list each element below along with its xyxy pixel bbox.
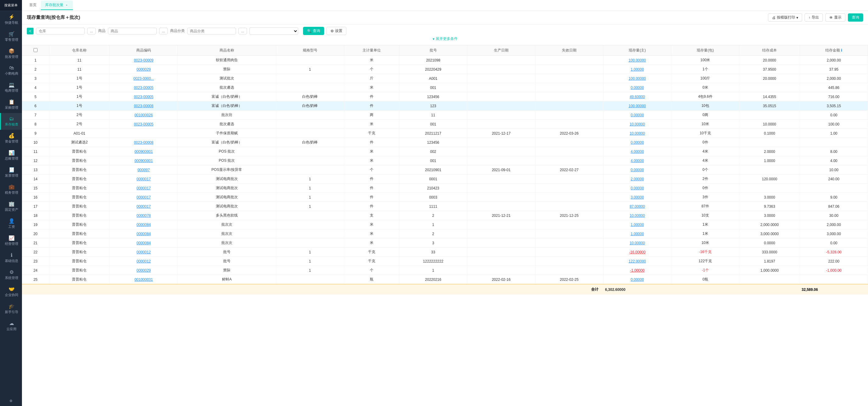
- sidebar-settings[interactable]: ⚙: [0, 396, 22, 406]
- display-label: 显示: [834, 15, 841, 20]
- sidebar-item-label: 零售管理: [5, 38, 18, 41]
- cell-code: 0023-00008: [110, 101, 178, 110]
- sidebar-logo[interactable]: 搜索菜单: [0, 0, 22, 11]
- cell-name: POS显示率/按异常: [178, 165, 276, 174]
- sidebar-item-tax[interactable]: 💼 税务管理: [0, 181, 22, 198]
- cell-qty-main: 0.00000: [603, 138, 671, 147]
- sidebar-item-asset[interactable]: 💰 资金管理: [0, 130, 22, 147]
- sidebar-item-mini[interactable]: 🛍 小鹅电商: [0, 62, 22, 79]
- table-row: 22 普普粘仓 0000012 批号 1 千克 33 -16.00000 -16…: [22, 248, 868, 257]
- product-input[interactable]: [108, 28, 157, 34]
- table-row: 8 2号 0023-00005 批次遴选 米 001 10.00000 10米 …: [22, 120, 868, 129]
- sidebar-item-invoice[interactable]: 🧾 发票管理: [0, 164, 22, 181]
- product-ellipsis-btn[interactable]: ...: [159, 28, 168, 34]
- sidebar-item-ecom[interactable]: 💻 电商管理: [0, 79, 22, 96]
- sidebar-item-sys[interactable]: ⚙ 系统管理: [0, 266, 22, 283]
- category-input[interactable]: [187, 28, 236, 34]
- sidebar-item-wholesale[interactable]: 📦 批发管理: [0, 45, 22, 62]
- cell-total: 0.00: [800, 110, 868, 120]
- cell-qty-main: 0.00000: [603, 110, 671, 120]
- filter-expand-row[interactable]: ▾ 展开更多条件: [27, 35, 863, 43]
- cell-spec: 白色/奶棒: [276, 92, 344, 101]
- cell-exp-date: [535, 120, 603, 129]
- cell-total: 2,000.00: [800, 56, 868, 65]
- sidebar-item-hr[interactable]: 👤 工资: [0, 215, 22, 232]
- cell-name: 子件保质期赋: [178, 129, 276, 138]
- cell-prod-date: [467, 101, 535, 110]
- cell-warehouse: 普普粘仓: [49, 220, 110, 229]
- sidebar-item-basic[interactable]: ℹ 基础信息: [0, 249, 22, 266]
- filter-nav-btn[interactable]: <: [27, 28, 34, 34]
- category-label: 商品分类: [170, 28, 185, 34]
- cell-exp-date: [535, 74, 603, 83]
- cell-cost: 3.0000: [739, 211, 800, 220]
- cell-exp-date: [535, 92, 603, 101]
- query-label: 查询: [852, 15, 859, 20]
- sidebar-item-corp[interactable]: 🤝 企业协同: [0, 283, 22, 300]
- cell-qty-store: 10米: [671, 120, 739, 129]
- print-button[interactable]: 🖨 按模版打印 ▾: [768, 13, 802, 22]
- warehouse-ellipsis-btn[interactable]: ...: [87, 28, 96, 34]
- tab-home[interactable]: 首页: [25, 1, 41, 10]
- cell-batch: 210423: [399, 184, 467, 193]
- sidebar-item-nav[interactable]: ⚡ 快捷导航: [0, 11, 22, 28]
- sidebar-item-label: 企业协同: [5, 293, 18, 297]
- sidebar-item-label: 新手引导: [5, 310, 18, 314]
- category-ellipsis-btn[interactable]: ...: [239, 28, 247, 34]
- export-button[interactable]: ↑ 导出: [805, 13, 823, 22]
- table-row: 23 普普粘仓 0000012 批号 1 千克 1222222222 122.0…: [22, 257, 868, 266]
- sidebar-item-label: 云应用: [6, 327, 17, 331]
- cell-total: 222.00: [800, 257, 868, 266]
- search-button[interactable]: 🔍 查询: [303, 27, 324, 35]
- table-row: 3 1号 0023-0000... 测试批次 斤 A001 100.00000 …: [22, 74, 868, 83]
- cell-exp-date: 2022-02-25: [535, 275, 603, 284]
- cell-cost: [739, 138, 800, 147]
- sidebar-item-cloud[interactable]: ☁ 云应用: [0, 317, 22, 334]
- sidebar-item-newbie[interactable]: 🎓 新手引导: [0, 300, 22, 317]
- cell-spec: 1: [276, 257, 344, 266]
- display-button[interactable]: 👁 显示: [825, 13, 845, 22]
- sidebar-item-fixed[interactable]: 🏢 固定资产: [0, 198, 22, 215]
- cell-num: 18: [22, 211, 49, 220]
- cell-unit: 千克: [344, 129, 399, 138]
- tabs-bar: 首页 库存批次量 ×: [22, 0, 868, 11]
- settings-btn[interactable]: ⚙ 设置: [327, 27, 346, 35]
- cell-qty-main: 0.00000: [603, 275, 671, 284]
- select-all-checkbox[interactable]: [34, 48, 37, 52]
- sidebar-item-label: 小鹅电商: [5, 72, 18, 75]
- category-select[interactable]: [249, 27, 298, 35]
- cell-name: 测试电商批次: [178, 202, 276, 211]
- wholesale-icon: 📦: [2, 48, 21, 54]
- cell-unit: 米: [344, 229, 399, 238]
- cell-total: 716.00: [800, 92, 868, 101]
- cell-batch: 3: [399, 238, 467, 248]
- cell-cost: 37.9500: [739, 65, 800, 74]
- cell-qty-store: 0个: [671, 165, 739, 174]
- cell-num: 20: [22, 229, 49, 238]
- sidebar-item-report[interactable]: 📊 总账管理: [0, 147, 22, 164]
- sidebar-item-purchase[interactable]: 📋 采购管理: [0, 96, 22, 113]
- cell-unit: 件: [344, 92, 399, 101]
- cell-warehouse: 2号: [49, 110, 110, 120]
- cell-qty-store: 4包9.6件: [671, 92, 739, 101]
- cell-warehouse: 1号: [49, 92, 110, 101]
- cell-name: 批次次: [178, 238, 276, 248]
- tab-inventory-batch[interactable]: 库存批次量 ×: [41, 1, 73, 10]
- warehouse-input[interactable]: [36, 28, 85, 34]
- cell-batch: 001: [399, 83, 467, 92]
- col-spec: 规格型号: [276, 45, 344, 56]
- tab-close-icon[interactable]: ×: [64, 3, 69, 7]
- cell-spec: [276, 165, 344, 174]
- main-wrapper: 首页 库存批次量 × 现存量查询(按仓库＋批次) 🖨 按模版打印 ▾ ↑ 导出 …: [22, 0, 868, 406]
- cell-unit: 件: [344, 174, 399, 184]
- sidebar-item-inventory[interactable]: 🗂 库存核查: [0, 113, 22, 130]
- cell-code: [110, 129, 178, 138]
- cell-num: 2: [22, 65, 49, 74]
- table-row: 9 A01-01 子件保质期赋 千克 20211217 2021-12-17 2…: [22, 129, 868, 138]
- sidebar-item-label: 批发管理: [5, 55, 18, 59]
- sidebar-item-mgmt[interactable]: 📈 经营管理: [0, 232, 22, 249]
- sidebar-item-retail[interactable]: 🛒 零售管理: [0, 28, 22, 45]
- print-icon: 🖨: [772, 15, 776, 20]
- query-button[interactable]: 查询: [848, 13, 863, 22]
- cell-qty-main: 1.00000: [603, 229, 671, 238]
